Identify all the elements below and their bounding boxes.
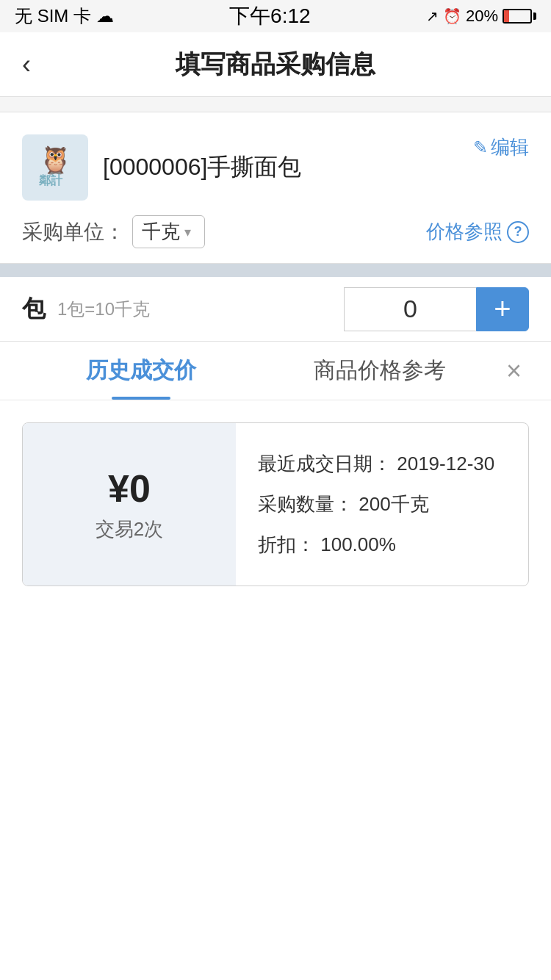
trade-price-section: ¥0 交易2次	[23, 423, 236, 586]
product-name: [0000006]手撕面包	[103, 151, 301, 184]
recent-date-label: 最近成交日期：	[258, 453, 392, 475]
tab-price-ref-label: 商品价格参考	[314, 356, 446, 386]
status-bar: 无 SIM 卡 ☁ 下午6:12 ↗ ⏰ 20%	[0, 0, 551, 32]
back-button[interactable]: ‹	[22, 49, 66, 80]
help-icon: ?	[507, 221, 529, 243]
tabs-section: 历史成交价 商品价格参考 × ¥0 交易2次 最近成交日期： 2019-12-3…	[0, 342, 551, 608]
qty-input[interactable]: 0	[344, 287, 476, 331]
tab-active-indicator	[112, 397, 170, 400]
unit-select[interactable]: 千克	[132, 215, 205, 248]
tab-history-label: 历史成交价	[86, 356, 196, 386]
qty-controls: 0 +	[344, 287, 529, 331]
trade-card: ¥0 交易2次 最近成交日期： 2019-12-30 采购数量： 200千克 折…	[22, 422, 529, 586]
product-thumbnail: 🦉 鄰計	[22, 134, 88, 201]
trade-price: ¥0	[108, 466, 151, 511]
close-tab-button[interactable]: ×	[499, 356, 529, 386]
trade-details: 最近成交日期： 2019-12-30 采购数量： 200千克 折扣： 100.0…	[236, 423, 528, 586]
location-icon: ↗	[426, 7, 439, 25]
price-ref-button[interactable]: 价格参照 ?	[426, 219, 529, 245]
footer-space	[0, 608, 551, 980]
section-divider	[0, 264, 551, 277]
tab-price-ref[interactable]: 商品价格参考	[260, 342, 498, 400]
owl-icon: 🦉	[39, 147, 72, 173]
status-time: 下午6:12	[229, 2, 311, 30]
recent-date-value: 2019-12-30	[397, 453, 494, 475]
edit-button[interactable]: ✎ 编辑	[473, 134, 529, 160]
price-ref-label: 价格参照	[426, 219, 503, 245]
header: ‹ 填写商品采购信息	[0, 32, 551, 97]
status-left: 无 SIM 卡 ☁	[15, 4, 114, 28]
qty-unit: 包	[22, 293, 46, 325]
quantity-row: 包 1包=10千克 0 +	[0, 277, 551, 342]
battery-percent: 20%	[466, 7, 498, 26]
unit-value: 千克	[142, 219, 180, 245]
page-title: 填写商品采购信息	[176, 48, 375, 82]
edit-icon: ✎	[473, 137, 488, 158]
edit-label: 编辑	[491, 134, 529, 160]
purchase-qty-value: 200千克	[359, 493, 428, 515]
purchase-qty-label: 采购数量：	[258, 493, 353, 515]
product-top: 🦉 鄰計 [0000006]手撕面包 ✎ 编辑	[22, 134, 529, 201]
product-card: 🦉 鄰計 [0000006]手撕面包 ✎ 编辑 采购单位： 千克 价格参照 ?	[0, 112, 551, 264]
procure-row: 采购单位： 千克 价格参照 ?	[22, 215, 529, 248]
discount-value: 100.00%	[320, 533, 396, 555]
tab-history-price[interactable]: 历史成交价	[22, 342, 260, 400]
purchase-qty-row: 采购数量： 200千克	[258, 490, 506, 519]
owl-label: 鄰計	[39, 173, 72, 189]
history-content: ¥0 交易2次 最近成交日期： 2019-12-30 采购数量： 200千克 折…	[0, 400, 551, 608]
recent-date-row: 最近成交日期： 2019-12-30	[258, 450, 506, 478]
tabs-header: 历史成交价 商品价格参考 ×	[0, 342, 551, 400]
trade-count: 交易2次	[96, 516, 163, 542]
qty-label: 包 1包=10千克	[22, 293, 150, 325]
qty-conversion: 1包=10千克	[57, 298, 150, 321]
battery-icon	[503, 9, 536, 24]
discount-label: 折扣：	[258, 533, 315, 555]
qty-plus-button[interactable]: +	[476, 287, 529, 331]
procure-left: 采购单位： 千克	[22, 215, 205, 248]
status-right: ↗ ⏰ 20%	[426, 7, 536, 26]
procure-unit-label: 采购单位：	[22, 218, 125, 246]
product-info: 🦉 鄰計 [0000006]手撕面包	[22, 134, 301, 201]
discount-row: 折扣： 100.00%	[258, 530, 506, 559]
alarm-icon: ⏰	[443, 7, 461, 25]
signal-text: 无 SIM 卡 ☁	[15, 4, 114, 28]
